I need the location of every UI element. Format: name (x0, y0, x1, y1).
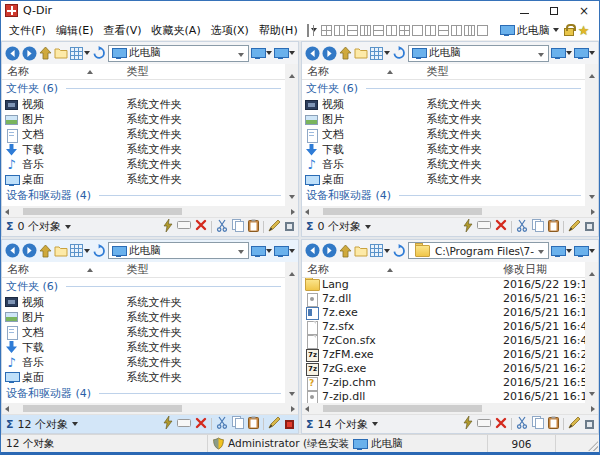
refresh-button[interactable] (92, 46, 106, 60)
address-bar[interactable]: 此电脑 (108, 45, 249, 62)
forward-button[interactable] (22, 46, 37, 61)
maximize-button[interactable] (539, 1, 569, 20)
scroll-up-arrow[interactable] (289, 266, 295, 279)
column-header-2[interactable]: 修改日期 (503, 262, 547, 277)
pane-favorites-button[interactable] (551, 245, 572, 257)
quick-address-combo[interactable]: 此电脑 (497, 22, 562, 39)
layout-button-7[interactable] (412, 25, 423, 36)
group-header[interactable]: 设备和驱动器 (4) (302, 187, 585, 204)
group-header[interactable]: 文件夹 (6) (2, 80, 285, 97)
copy-button[interactable] (232, 219, 244, 235)
edit-button[interactable] (568, 416, 581, 432)
rename-button[interactable] (177, 220, 191, 233)
scroll-down-arrow[interactable] (589, 386, 595, 399)
column-header-name[interactable]: 名称 (302, 64, 329, 79)
pane-layout-button[interactable] (574, 245, 595, 257)
pane-layout-button[interactable] (274, 47, 295, 59)
address-bar[interactable]: 此电脑 (108, 242, 249, 259)
horizontal-scroll-thumb[interactable] (323, 405, 483, 412)
favorites-button[interactable]: ★ (576, 23, 592, 38)
group-header[interactable]: 文件夹 (6) (302, 80, 585, 97)
file-row[interactable]: 7z.exe2016/5/21 16:1 (302, 306, 585, 320)
paste-button[interactable] (248, 219, 259, 235)
layout-button-9[interactable] (438, 25, 449, 36)
paste-button[interactable] (548, 416, 559, 432)
pane-layout-button[interactable] (274, 245, 295, 257)
menu-item-3[interactable]: 收藏夹(A) (147, 21, 206, 40)
menu-item-0[interactable]: 文件(F) (4, 21, 51, 40)
count-dropdown-arrow[interactable] (365, 225, 371, 229)
column-header-2[interactable]: 类型 (427, 64, 449, 79)
address-bar[interactable]: 此电脑 (408, 45, 549, 62)
refresh-button[interactable] (392, 46, 406, 60)
layout-button-11[interactable] (464, 25, 475, 36)
group-header[interactable]: 文件夹 (6) (2, 278, 285, 295)
new-folder-button[interactable] (354, 47, 368, 59)
cut-button[interactable] (216, 416, 228, 432)
rename-button[interactable] (477, 418, 491, 431)
active-pane-indicator[interactable] (285, 420, 294, 429)
address-dropdown-arrow[interactable] (537, 244, 545, 257)
horizontal-scroll-thumb[interactable] (23, 405, 183, 412)
cut-button[interactable] (216, 219, 228, 235)
file-row[interactable]: Lang2016/5/22 19:1 (302, 278, 585, 292)
file-row[interactable]: 视频系统文件夹 (2, 295, 285, 310)
close-button[interactable]: × (569, 1, 599, 20)
file-row[interactable]: 桌面系统文件夹 (302, 172, 585, 187)
back-button[interactable] (5, 243, 20, 258)
file-row[interactable]: 视频系统文件夹 (302, 97, 585, 112)
pane-favorites-button[interactable] (551, 47, 572, 59)
file-row[interactable]: 7zG.exe2016/5/21 16:2 (302, 362, 585, 376)
file-row[interactable]: 7z.dll2016/5/21 16:3 (302, 292, 585, 306)
edit-button[interactable] (568, 219, 581, 235)
address-dropdown-arrow[interactable] (537, 47, 545, 60)
scroll-up-arrow[interactable] (289, 68, 295, 81)
up-button[interactable] (39, 244, 52, 258)
file-row[interactable]: 文档系统文件夹 (2, 127, 285, 142)
count-dropdown-arrow[interactable] (72, 422, 78, 426)
horizontal-scrollbar[interactable] (302, 206, 598, 217)
file-row[interactable]: 7zCon.sfx2016/5/21 16:4 (302, 334, 585, 348)
copy-button[interactable] (232, 416, 244, 432)
delete-button[interactable] (195, 219, 207, 234)
magic-action-button[interactable] (163, 219, 173, 235)
back-button[interactable] (305, 243, 320, 258)
file-row[interactable]: 音乐系统文件夹 (2, 157, 285, 172)
column-header-2[interactable]: 类型 (127, 64, 149, 79)
copy-button[interactable] (532, 219, 544, 235)
forward-button[interactable] (322, 46, 337, 61)
up-button[interactable] (339, 244, 352, 258)
magic-action-button[interactable] (163, 416, 173, 432)
file-row[interactable]: 视频系统文件夹 (2, 97, 285, 112)
lock-button[interactable] (562, 23, 576, 37)
file-row[interactable]: 文档系统文件夹 (302, 127, 585, 142)
magic-action-button[interactable] (463, 219, 473, 235)
new-folder-button[interactable] (354, 245, 368, 257)
menu-item-1[interactable]: 编辑(E) (51, 21, 99, 40)
layout-button-0[interactable] (321, 25, 332, 36)
pane-favorites-button[interactable] (251, 47, 272, 59)
file-row[interactable]: 音乐系统文件夹 (302, 157, 585, 172)
up-button[interactable] (339, 46, 352, 60)
active-pane-indicator[interactable] (585, 420, 594, 429)
column-header-name[interactable]: 名称 (2, 64, 29, 79)
resize-grip[interactable] (588, 441, 598, 451)
file-row[interactable]: 7-zip.dll2016/5/21 16:1 (302, 390, 585, 404)
refresh-button[interactable] (92, 244, 106, 258)
view-mode-button[interactable] (70, 47, 90, 60)
layout-button-3[interactable] (360, 25, 371, 36)
copy-button[interactable] (532, 416, 544, 432)
layout-button-12[interactable] (477, 25, 488, 36)
vertical-scrollbar[interactable] (585, 262, 598, 404)
address-dropdown-arrow[interactable] (237, 47, 245, 60)
edit-button[interactable] (268, 219, 281, 235)
new-folder-button[interactable] (54, 245, 68, 257)
object-count-label[interactable]: 12 个对象 (18, 417, 69, 432)
menu-item-4[interactable]: 选项(X) (206, 21, 254, 40)
file-row[interactable]: 下载系统文件夹 (2, 340, 285, 355)
layout-button-4[interactable] (373, 25, 384, 36)
file-row[interactable]: 7-zip.chm2016/5/21 16:5 (302, 376, 585, 390)
file-row[interactable]: 文档系统文件夹 (2, 325, 285, 340)
file-row[interactable]: 7z.sfx2016/5/21 16:4 (302, 320, 585, 334)
back-button[interactable] (305, 46, 320, 61)
